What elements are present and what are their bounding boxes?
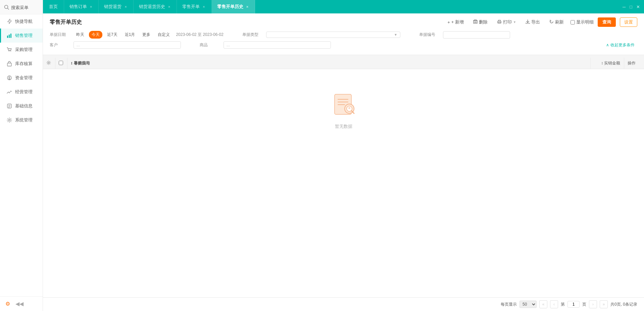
sidebar-item-finance[interactable]: 资金管理 bbox=[0, 71, 43, 85]
svg-rect-2 bbox=[7, 36, 8, 38]
date-btn-today[interactable]: 今天 bbox=[89, 31, 102, 39]
refresh-icon bbox=[549, 19, 554, 25]
sidebar-item-inventory[interactable]: 库存核算 bbox=[0, 57, 43, 71]
tab-retail-open-label: 零售开单 bbox=[182, 4, 200, 10]
doc-no-input[interactable] bbox=[443, 31, 510, 39]
date-btn-yesterday[interactable]: 昨天 bbox=[73, 31, 87, 39]
tab-sales-return-close[interactable]: × bbox=[123, 4, 128, 9]
tab-sales-return-history[interactable]: 销货退货历史 × bbox=[134, 0, 177, 13]
tab-retail-open-close[interactable]: × bbox=[202, 4, 206, 9]
print-dropdown-icon: ▼ bbox=[513, 20, 516, 24]
goods-select[interactable]: ... bbox=[224, 41, 331, 49]
col-checkbox[interactable] bbox=[55, 58, 67, 69]
tab-sales-return-history-close[interactable]: × bbox=[167, 4, 171, 9]
filter-area: 单据日期 昨天 今天 近7天 近1月 更多 自定义 2023-06-02 至 2… bbox=[50, 31, 637, 55]
sidebar-item-sales-mgmt[interactable]: 销售管理 bbox=[0, 29, 43, 43]
sidebar-item-label: 销售管理 bbox=[15, 33, 33, 39]
print-button[interactable]: 打印 ▼ bbox=[494, 18, 519, 27]
next-page-btn[interactable]: › bbox=[589, 300, 597, 308]
pagination-bar: 每页显示 50 10 20 100 « ‹ 第 页 › » 共0页, 0条记录 bbox=[43, 297, 644, 311]
tab-sales-return[interactable]: 销货退货 × bbox=[99, 0, 133, 13]
settings-bottom-icon[interactable]: ⚙ bbox=[5, 301, 10, 307]
col-amount[interactable]: ↕ 实销金额 bbox=[590, 58, 624, 69]
svg-rect-4 bbox=[10, 34, 11, 38]
svg-point-29 bbox=[348, 107, 350, 109]
display-cols-checkbox[interactable]: 显示明细 bbox=[571, 19, 594, 25]
tab-sales-return-label: 销货退货 bbox=[104, 4, 121, 10]
export-button[interactable]: 导出 bbox=[523, 18, 543, 27]
tab-sales-order[interactable]: 销售订单 × bbox=[64, 0, 99, 13]
per-page-label: 每页显示 bbox=[501, 302, 517, 307]
search-icon bbox=[4, 5, 9, 11]
collapse-filter-btn[interactable]: ∧ 收起更多条件 bbox=[603, 42, 637, 49]
sidebar-search[interactable]: 搜索采单 bbox=[0, 0, 43, 14]
delete-icon bbox=[473, 19, 478, 25]
first-page-btn[interactable]: « bbox=[539, 300, 547, 308]
svg-point-6 bbox=[10, 51, 11, 51]
sidebar-search-label: 搜索采单 bbox=[11, 5, 29, 11]
tab-retail-open[interactable]: 零售开单 × bbox=[177, 0, 211, 13]
settings-label: 设置 bbox=[624, 19, 633, 25]
data-table: ↕ 单据日期 ↕ 单据编号 ↕ 客户 ↕ 导购员 ↕ bbox=[43, 58, 644, 69]
last-page-btn[interactable]: » bbox=[600, 300, 608, 308]
prev-page-btn[interactable]: ‹ bbox=[550, 300, 558, 308]
svg-point-13 bbox=[9, 119, 10, 121]
operations-icon bbox=[6, 89, 12, 95]
doc-type-filter-label: 单据类型 bbox=[242, 32, 261, 38]
doc-type-dropdown-icon: ▼ bbox=[394, 33, 397, 37]
empty-illustration bbox=[329, 89, 359, 119]
col-guide-label: ↕ 导购员 bbox=[71, 61, 86, 65]
col-settings[interactable] bbox=[43, 58, 55, 69]
tab-retail-history-label: 零售开单历史 bbox=[217, 4, 243, 10]
sidebar-bottom: ⚙ ◀◀ bbox=[0, 296, 43, 311]
date-btn-1month[interactable]: 近1月 bbox=[122, 31, 138, 39]
date-btn-7days[interactable]: 近7天 bbox=[104, 31, 120, 39]
tab-retail-history[interactable]: 零售开单历史 × bbox=[212, 0, 255, 13]
per-page-select[interactable]: 50 10 20 100 bbox=[519, 301, 537, 308]
customer-select[interactable]: ... bbox=[73, 41, 181, 49]
col-action: 操作 bbox=[624, 58, 644, 69]
add-button[interactable]: + + 新增 bbox=[445, 18, 466, 27]
doc-type-select[interactable]: ▼ bbox=[266, 32, 400, 38]
sidebar-item-quick-nav[interactable]: 快捷导航 bbox=[0, 14, 43, 29]
sidebar-item-purchase-mgmt[interactable]: 采购管理 bbox=[0, 43, 43, 57]
date-btn-more[interactable]: 更多 bbox=[140, 31, 153, 39]
box-icon bbox=[6, 61, 12, 67]
window-close-btn[interactable]: ✕ bbox=[636, 4, 640, 9]
empty-text: 暂无数据 bbox=[335, 123, 352, 129]
tab-sales-order-close[interactable]: × bbox=[89, 4, 93, 9]
sidebar-item-system-mgmt[interactable]: 系统管理 bbox=[0, 113, 43, 127]
collapse-sidebar-icon[interactable]: ◀◀ bbox=[15, 301, 23, 307]
settings-button[interactable]: 设置 bbox=[620, 17, 637, 27]
query-button[interactable]: 查询 bbox=[598, 17, 616, 27]
tab-home-label: 首页 bbox=[49, 4, 58, 10]
page-number-input[interactable] bbox=[567, 301, 580, 308]
col-spacer bbox=[67, 58, 590, 69]
svg-rect-7 bbox=[7, 63, 11, 66]
print-icon bbox=[497, 19, 502, 25]
tab-retail-history-close[interactable]: × bbox=[245, 4, 249, 9]
sidebar-item-basic-info[interactable]: 基础信息 bbox=[0, 99, 43, 113]
filter-row-1: 单据日期 昨天 今天 近7天 近1月 更多 自定义 2023-06-02 至 2… bbox=[50, 31, 637, 39]
tab-bar: 首页 销售订单 × 销货退货 × 销货退货历史 × 零售开单 × 零售开单历史 … bbox=[43, 0, 644, 13]
window-maximize-btn[interactable]: □ bbox=[630, 4, 632, 9]
svg-rect-20 bbox=[498, 22, 500, 23]
filter-row-2: 客户 ... 商品 ... ∧ 收起更多条件 bbox=[50, 41, 637, 49]
col-amount-label: ↕ 实销金额 bbox=[601, 61, 620, 65]
sidebar-item-label: 快捷导航 bbox=[15, 18, 33, 24]
list-icon bbox=[6, 103, 12, 109]
delete-button[interactable]: 删除 bbox=[470, 18, 490, 27]
finance-icon bbox=[6, 75, 12, 81]
content-area: 零售开单历史 + + 新增 bbox=[43, 13, 644, 311]
window-minimize-btn[interactable]: ─ bbox=[623, 4, 626, 9]
display-cols-input[interactable] bbox=[571, 20, 575, 24]
date-btn-custom[interactable]: 自定义 bbox=[155, 31, 172, 39]
empty-state: 暂无数据 bbox=[43, 69, 644, 143]
refresh-button[interactable]: 刷新 bbox=[547, 18, 566, 27]
tab-home[interactable]: 首页 bbox=[43, 0, 64, 13]
select-all-checkbox[interactable] bbox=[59, 61, 63, 65]
sidebar-item-label: 经营管理 bbox=[15, 89, 33, 95]
tab-sales-order-label: 销售订单 bbox=[69, 4, 87, 10]
cart-icon bbox=[6, 47, 12, 53]
sidebar-item-operations[interactable]: 经营管理 bbox=[0, 85, 43, 99]
